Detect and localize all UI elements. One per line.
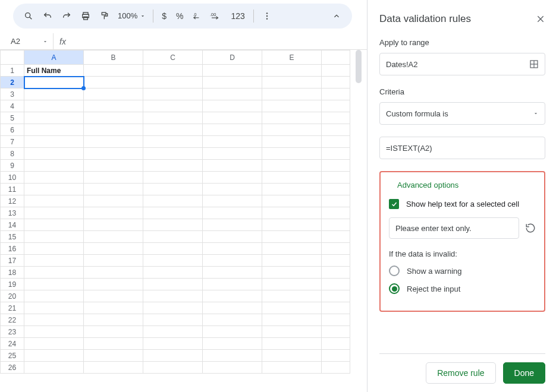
cell[interactable] [143, 243, 203, 255]
cell[interactable] [203, 326, 262, 338]
cell[interactable] [143, 184, 203, 195]
undo-icon[interactable] [39, 8, 56, 24]
cell[interactable] [84, 350, 143, 362]
reset-help-text-icon[interactable] [525, 223, 536, 233]
row-header[interactable]: 12 [1, 195, 24, 207]
row-header[interactable]: 21 [1, 302, 24, 314]
cell[interactable] [143, 195, 203, 207]
cell[interactable] [24, 112, 84, 124]
cell[interactable] [203, 314, 262, 326]
cell[interactable] [84, 302, 143, 314]
cell[interactable] [84, 77, 143, 88]
percent-format-button[interactable]: % [172, 11, 187, 21]
cell[interactable] [24, 362, 84, 374]
row-header[interactable]: 8 [1, 148, 24, 160]
cell[interactable] [143, 112, 203, 124]
cell[interactable] [203, 267, 262, 279]
select-all-corner[interactable] [1, 50, 24, 65]
row-header[interactable]: 4 [1, 100, 24, 112]
cell[interactable]: Full Name [24, 65, 84, 77]
cell[interactable] [262, 65, 322, 77]
cell[interactable] [262, 362, 322, 374]
cell[interactable] [143, 338, 203, 350]
column-header[interactable]: A [24, 50, 84, 65]
cell[interactable] [24, 255, 84, 267]
close-icon[interactable] [536, 14, 545, 24]
row-header[interactable]: 5 [1, 112, 24, 124]
cell[interactable] [143, 100, 203, 112]
cell[interactable] [84, 160, 143, 172]
cell[interactable] [24, 184, 84, 195]
cell[interactable] [84, 219, 143, 231]
column-header[interactable]: E [262, 50, 322, 65]
print-icon[interactable] [77, 8, 94, 24]
column-header[interactable]: D [203, 50, 262, 65]
radio-reject-input[interactable]: Reject the input [389, 283, 536, 294]
cell[interactable] [24, 290, 84, 302]
cell[interactable] [84, 255, 143, 267]
select-range-icon[interactable] [529, 59, 539, 69]
cell[interactable] [24, 100, 84, 112]
cell[interactable] [84, 65, 143, 77]
cell[interactable] [262, 267, 322, 279]
cell[interactable] [84, 267, 143, 279]
cell[interactable] [262, 279, 322, 290]
cell[interactable] [84, 136, 143, 148]
cell[interactable] [203, 77, 262, 88]
row-header[interactable]: 16 [1, 243, 24, 255]
row-header[interactable]: 11 [1, 184, 24, 195]
cell[interactable] [262, 195, 322, 207]
cell[interactable] [143, 160, 203, 172]
cell[interactable] [24, 350, 84, 362]
cell[interactable] [203, 172, 262, 184]
cell[interactable] [262, 314, 322, 326]
formula-input-field[interactable]: =ISTEXT(A2) [379, 137, 545, 159]
cell[interactable] [24, 219, 84, 231]
cell[interactable] [24, 136, 84, 148]
cell[interactable] [262, 112, 322, 124]
cell[interactable] [262, 100, 322, 112]
cell[interactable] [24, 326, 84, 338]
row-header[interactable]: 6 [1, 124, 24, 136]
cell[interactable] [262, 148, 322, 160]
cell[interactable] [84, 338, 143, 350]
row-header[interactable]: 25 [1, 350, 24, 362]
cell[interactable] [203, 207, 262, 219]
row-header[interactable]: 3 [1, 88, 24, 100]
more-tools-icon[interactable] [259, 8, 275, 24]
cell[interactable] [24, 243, 84, 255]
cell[interactable] [262, 88, 322, 100]
cell[interactable] [84, 231, 143, 243]
cell[interactable] [24, 195, 84, 207]
cell[interactable] [203, 302, 262, 314]
cell[interactable] [84, 290, 143, 302]
name-box[interactable]: A2 [0, 33, 54, 49]
cell[interactable] [203, 148, 262, 160]
redo-icon[interactable] [58, 8, 75, 24]
cell[interactable] [262, 77, 322, 88]
cell[interactable] [84, 148, 143, 160]
cell[interactable] [262, 136, 322, 148]
cell[interactable] [84, 100, 143, 112]
cell[interactable] [262, 290, 322, 302]
cell[interactable] [143, 136, 203, 148]
cell[interactable] [203, 195, 262, 207]
row-header[interactable]: 9 [1, 160, 24, 172]
cell[interactable] [143, 350, 203, 362]
column-header[interactable]: C [143, 50, 203, 65]
cell[interactable] [203, 338, 262, 350]
cell[interactable] [24, 124, 84, 136]
cell[interactable] [203, 160, 262, 172]
cell[interactable] [203, 231, 262, 243]
cell[interactable] [203, 136, 262, 148]
cell[interactable] [143, 362, 203, 374]
cell[interactable] [84, 326, 143, 338]
cell[interactable] [143, 302, 203, 314]
cell[interactable] [143, 231, 203, 243]
cell[interactable] [203, 65, 262, 77]
cell[interactable] [262, 160, 322, 172]
row-header[interactable]: 19 [1, 279, 24, 290]
cell[interactable] [84, 207, 143, 219]
cell[interactable] [143, 279, 203, 290]
cell[interactable] [143, 148, 203, 160]
